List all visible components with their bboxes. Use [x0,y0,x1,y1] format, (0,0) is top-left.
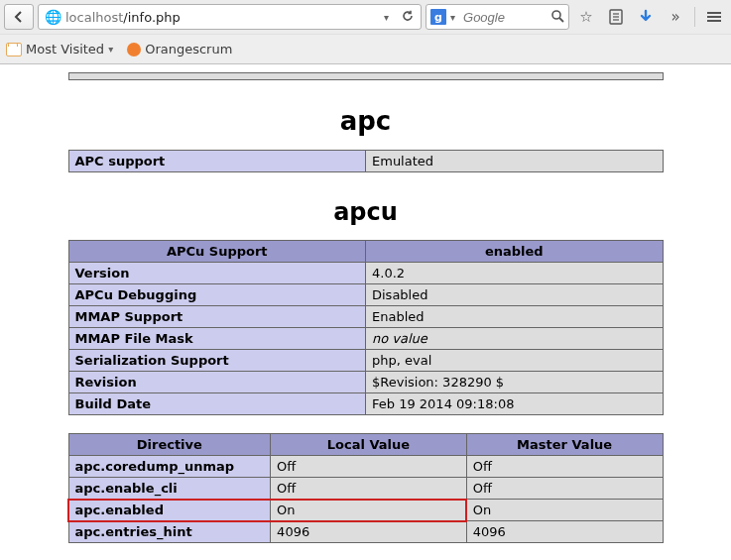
row-label: APCu Debugging [68,284,366,306]
url-host: localhost/info.php [65,10,181,25]
row-value: $Revision: 328290 $ [366,372,664,393]
directive-local: Off [271,478,467,500]
row-label: Build Date [68,393,366,415]
most-visited-bookmark[interactable]: Most Visited ▾ [6,42,117,56]
table-row: APCu DebuggingDisabled [68,284,663,306]
folder-icon [6,43,22,56]
bookmark-star-icon[interactable]: ☆ [573,4,599,30]
row-label: MMAP File Mask [68,328,366,350]
row-value: php, eval [366,350,664,372]
url-bar[interactable]: 🌐 localhost/info.php ▾ [38,4,422,30]
toolbar-separator [694,7,695,27]
search-engine-icon[interactable]: g [430,9,446,25]
directive-name: apc.coredump_unmap [68,456,271,478]
apc-support-table: APC support Emulated [68,150,664,172]
apcu-header-col2: enabled [366,241,664,263]
bookmark-label: Most Visited [26,42,104,56]
search-input[interactable] [463,10,547,25]
table-row: MMAP File Maskno value [68,328,663,350]
dir-header-master: Master Value [466,434,663,456]
directive-local: Off [271,456,467,478]
hamburger-icon [707,10,721,24]
row-value: Feb 19 2014 09:18:08 [366,393,664,415]
back-button[interactable] [4,4,34,30]
directive-master: On [466,500,663,521]
menu-button[interactable] [701,4,727,30]
table-row: apc.enabledOnOn [68,500,663,521]
row-label: Version [68,263,366,284]
directive-master: Off [466,456,663,478]
table-row: Revision$Revision: 328290 $ [68,372,663,393]
reload-button[interactable] [397,9,419,26]
search-engine-dropdown-icon[interactable]: ▾ [450,12,459,23]
url-dropdown-icon[interactable]: ▾ [384,12,393,23]
section-heading-apcu: apcu [68,198,664,226]
nav-toolbar: 🌐 localhost/info.php ▾ g ▾ ☆ » [0,0,731,34]
dir-header-directive: Directive [68,434,271,456]
dir-header-local: Local Value [271,434,467,456]
section-heading-apc: apc [68,106,664,136]
reading-list-icon[interactable] [603,4,629,30]
directive-name: apc.entries_hint [68,521,271,543]
overflow-button[interactable]: » [663,4,688,30]
apc-support-label: APC support [68,151,366,172]
apcu-info-table: APCu Support enabled Version4.0.2APCu De… [68,240,664,415]
row-label: Serialization Support [68,350,366,372]
apc-support-value: Emulated [366,151,664,172]
row-value: no value [366,328,664,350]
table-row: MMAP SupportEnabled [68,306,663,328]
orangescrum-bookmark[interactable]: Orangescrum [127,42,232,56]
row-value: 4.0.2 [366,263,664,284]
table-row: apc.entries_hint40964096 [68,521,663,543]
page-content: apc APC support Emulated apcu APCu Suppo… [0,64,731,560]
table-row: Serialization Supportphp, eval [68,350,663,372]
bookmark-label: Orangescrum [145,42,232,56]
directive-local: On [271,500,467,521]
apcu-header-col1: APCu Support [68,241,366,263]
table-row: apc.enable_cliOffOff [68,478,663,500]
row-value: Enabled [366,306,664,328]
bookmarks-toolbar: Most Visited ▾ Orangescrum [0,34,731,63]
downloads-button[interactable] [633,4,659,30]
apcu-directives-table: Directive Local Value Master Value apc.c… [68,433,664,543]
directive-master: 4096 [466,521,663,543]
table-row: Build DateFeb 19 2014 09:18:08 [68,393,663,415]
site-identity-icon: 🌐 [45,9,61,25]
directive-master: Off [466,478,663,500]
row-value: Disabled [366,284,664,306]
table-fragment [68,72,664,80]
directive-name: apc.enable_cli [68,478,271,500]
orangescrum-icon [127,43,141,56]
table-row: apc.coredump_unmapOffOff [68,456,663,478]
search-go-icon[interactable] [550,9,564,26]
browser-chrome: 🌐 localhost/info.php ▾ g ▾ ☆ » [0,0,731,64]
row-label: MMAP Support [68,306,366,328]
table-row: Version4.0.2 [68,263,663,284]
svg-line-1 [559,18,563,22]
row-label: Revision [68,372,366,393]
search-bar[interactable]: g ▾ [426,4,569,30]
directive-local: 4096 [271,521,467,543]
directive-name: apc.enabled [68,500,271,521]
svg-point-0 [552,11,560,19]
chevron-down-icon: ▾ [108,44,117,55]
